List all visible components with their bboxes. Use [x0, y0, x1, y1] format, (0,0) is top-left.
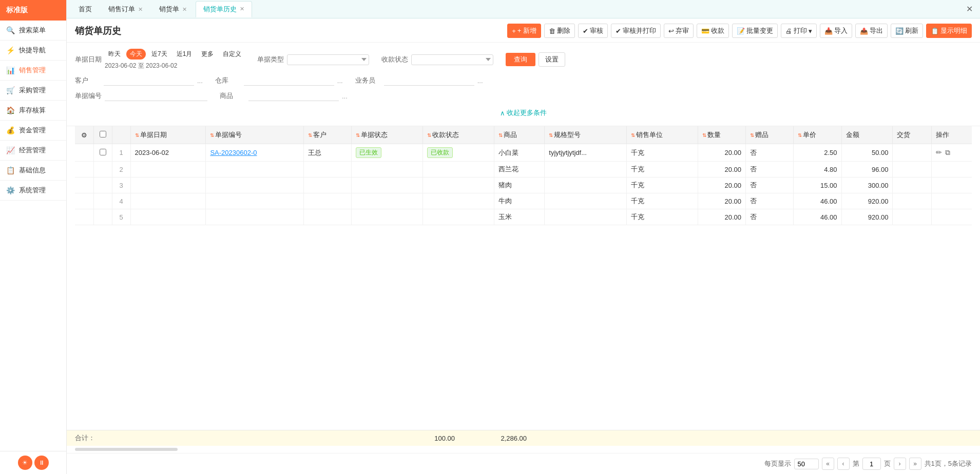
goods-ellipsis[interactable]: ...: [342, 92, 348, 100]
sidebar-item-basic-info[interactable]: 📋 基础信息: [0, 161, 66, 181]
collect-button[interactable]: 💳 收款: [697, 24, 729, 38]
date-pill-7days[interactable]: 近7天: [148, 49, 171, 60]
tab-sales-history-close[interactable]: ✕: [240, 6, 244, 12]
customer-ellipsis[interactable]: ...: [197, 77, 203, 85]
row-unit: 千克: [626, 144, 698, 162]
sidebar-pause-button[interactable]: ⏸: [34, 456, 49, 470]
payment-status-select[interactable]: [411, 54, 493, 65]
row-doc-status: 已生效: [351, 144, 422, 162]
salesperson-ellipsis[interactable]: ...: [477, 77, 483, 85]
date-pill-1month[interactable]: 近1月: [173, 49, 196, 60]
sidebar-item-sales[interactable]: 📊 销售管理: [0, 61, 66, 81]
th-doc-status[interactable]: ⇅单据状态: [351, 126, 422, 144]
tab-sales-goods-close[interactable]: ✕: [182, 6, 187, 13]
salesperson-input[interactable]: [384, 75, 474, 86]
filter-item-date: 单据日期 昨天 今天 近7天 近1月 更多 自定义 2023-06-02 至 2…: [75, 49, 245, 70]
row-num: 1: [112, 144, 130, 162]
next-page-button[interactable]: ›: [894, 458, 906, 470]
th-doc-no[interactable]: ⇅单据编号: [206, 126, 303, 144]
audit-button[interactable]: ✔ 审核: [578, 24, 608, 38]
tab-sales-goods[interactable]: 销货单 ✕: [151, 1, 195, 17]
tab-sales-order-close[interactable]: ✕: [138, 6, 143, 13]
collapse-more-button[interactable]: ∧ 收起更多条件: [75, 106, 972, 120]
sidebar-item-quick-nav[interactable]: ⚡ 快捷导航: [0, 41, 66, 61]
show-detail-button[interactable]: 📋 显示明细: [926, 24, 972, 38]
first-page-button[interactable]: «: [822, 458, 834, 470]
sidebar-item-search[interactable]: 🔍 搜索菜单: [0, 21, 66, 41]
copy-icon[interactable]: ⧉: [945, 148, 950, 157]
export-button[interactable]: 📤 导出: [855, 24, 888, 38]
th-unit[interactable]: ⇅销售单位: [626, 126, 698, 144]
date-pill-today[interactable]: 今天: [126, 49, 146, 60]
sidebar-item-label: 基础信息: [19, 166, 46, 175]
customer-input[interactable]: [104, 75, 194, 86]
refresh-button[interactable]: 🔄 刷新: [891, 24, 923, 38]
row-gift: 否: [746, 162, 794, 177]
goods-input[interactable]: [248, 91, 339, 101]
warehouse-ellipsis[interactable]: ...: [337, 77, 343, 85]
doc-no-link[interactable]: SA-20230602-0: [210, 149, 257, 156]
sidebar-item-purchase[interactable]: 🛒 采购管理: [0, 81, 66, 101]
sidebar-item-operation[interactable]: 📈 经营管理: [0, 141, 66, 161]
th-qty[interactable]: ⇅数量: [698, 126, 745, 144]
sidebar-item-label: 采购管理: [19, 86, 46, 95]
sidebar-bottom: ☀ ⏸: [0, 451, 66, 474]
page-input[interactable]: [862, 458, 881, 470]
import-button[interactable]: 📥 导入: [820, 24, 852, 38]
table-footer: 合计： 100.00 2,286.00: [67, 430, 980, 446]
warehouse-input[interactable]: [244, 75, 334, 86]
collapse-label: 收起更多条件: [507, 108, 547, 117]
prev-page-button[interactable]: ‹: [837, 458, 850, 470]
date-pill-yesterday[interactable]: 昨天: [105, 49, 124, 60]
th-spec[interactable]: ⇅规格型号: [545, 126, 627, 144]
row-num: 5: [112, 209, 130, 225]
th-goods[interactable]: ⇅商品: [494, 126, 545, 144]
th-date[interactable]: ⇅单据日期: [130, 126, 206, 144]
abandon-button[interactable]: ↩ 弃审: [664, 24, 694, 38]
doc-no-input[interactable]: [105, 91, 207, 101]
page-size-select[interactable]: 10 20 50 100: [794, 459, 819, 469]
th-customer[interactable]: ⇅客户: [303, 126, 351, 144]
th-price[interactable]: ⇅单价: [794, 126, 841, 144]
sidebar-sun-button[interactable]: ☀: [18, 456, 32, 470]
row-action: ✏⧉: [932, 144, 972, 162]
sidebar-item-inventory[interactable]: 🏠 库存核算: [0, 101, 66, 121]
row-amount: 50.00: [841, 144, 893, 162]
row-spec: [545, 209, 627, 225]
th-settings[interactable]: ⚙: [75, 126, 93, 144]
audit-print-button[interactable]: ✔ 审核并打印: [611, 24, 661, 38]
settings-button[interactable]: 设置: [539, 52, 565, 67]
edit-icon[interactable]: ✏: [936, 148, 942, 157]
query-button[interactable]: 查询: [506, 53, 535, 66]
filter-row-2: 客户 ... 仓库 ... 业务员 ...: [75, 75, 972, 86]
filter-section: 单据日期 昨天 今天 近7天 近1月 更多 自定义 2023-06-02 至 2…: [67, 43, 980, 126]
date-pill-custom[interactable]: 自定义: [219, 49, 245, 60]
row-qty: 20.00: [698, 162, 745, 177]
sidebar-item-system[interactable]: ⚙️ 系统管理: [0, 181, 66, 201]
table-row: 3猪肉千克20.00否15.00300.00: [75, 177, 972, 193]
audit-print-icon: ✔: [616, 27, 621, 35]
last-page-button[interactable]: »: [909, 458, 921, 470]
row-checkbox[interactable]: [100, 149, 106, 155]
tab-sales-order[interactable]: 销售订单 ✕: [101, 1, 150, 17]
select-all-checkbox[interactable]: [100, 131, 106, 137]
tab-home[interactable]: 首页: [71, 1, 100, 17]
th-checkbox[interactable]: [93, 126, 112, 144]
filter-actions: 查询 设置: [506, 52, 565, 67]
row-transaction: [893, 193, 932, 209]
row-payment-status: [422, 193, 494, 209]
delete-button[interactable]: 🗑 删除: [544, 24, 575, 38]
inventory-icon: 🏠: [6, 106, 15, 114]
th-payment-status[interactable]: ⇅收款状态: [422, 126, 494, 144]
horizontal-scrollbar[interactable]: [75, 448, 178, 451]
row-qty: 20.00: [698, 193, 745, 209]
doc-type-select[interactable]: [287, 54, 369, 65]
th-gift[interactable]: ⇅赠品: [746, 126, 794, 144]
new-button[interactable]: + + 新增: [507, 24, 541, 38]
date-pill-more[interactable]: 更多: [198, 49, 217, 60]
sidebar-item-finance[interactable]: 💰 资金管理: [0, 121, 66, 141]
batch-change-button[interactable]: 📝 批量变更: [732, 24, 778, 38]
close-all-tabs-button[interactable]: ✕: [963, 3, 976, 15]
print-button[interactable]: 🖨 打印 ▾: [781, 24, 817, 38]
tab-sales-history[interactable]: 销货单历史 ✕: [196, 1, 252, 17]
